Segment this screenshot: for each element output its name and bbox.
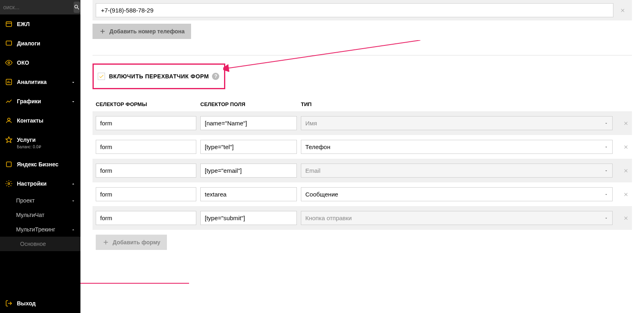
header-type: ТИП (301, 101, 613, 107)
phone-row (93, 0, 632, 20)
exit-icon (5, 299, 13, 307)
field-selector-input[interactable] (200, 211, 297, 225)
annotation-arrow-1 (223, 40, 424, 76)
table-row: Телефон (93, 135, 632, 159)
subnav-label: МультиТрекинг (16, 226, 71, 233)
plus-icon (99, 28, 106, 35)
form-selector-input[interactable] (96, 140, 196, 154)
close-icon (623, 215, 629, 221)
svg-point-8 (8, 118, 10, 121)
type-value: Телефон (305, 143, 330, 150)
add-form-button[interactable]: Добавить форму (96, 235, 167, 250)
eye-icon (5, 59, 13, 67)
field-selector-input[interactable] (200, 164, 297, 178)
table-row: Кнопка отправки (93, 206, 632, 230)
type-select[interactable]: Email (301, 164, 613, 178)
help-icon[interactable]: ? (212, 73, 219, 80)
nav-dialogs[interactable]: Диалоги (0, 34, 80, 53)
check-icon (99, 74, 104, 79)
remove-row-button[interactable] (620, 188, 632, 200)
chevron-down-icon (71, 99, 76, 104)
nav-label: Контакты (17, 117, 76, 124)
svg-rect-2 (6, 41, 12, 45)
close-icon (623, 144, 629, 150)
nav: ЕЖЛ Диалоги ОКО Аналитика Графики (0, 14, 80, 294)
subnav-project[interactable]: Проект (0, 193, 80, 208)
field-selector-input[interactable] (200, 116, 297, 130)
form-selector-input[interactable] (96, 211, 196, 225)
header-form: СЕЛЕКТОР ФОРМЫ (96, 101, 196, 107)
nav-services[interactable]: Услуги Баланс: 0.0₽ (0, 130, 80, 155)
intercept-checkbox[interactable] (98, 73, 105, 80)
nav-yandex[interactable]: Яндекс Бизнес (0, 155, 80, 174)
search-icon (74, 4, 80, 10)
remove-row-button[interactable] (620, 141, 632, 153)
chevron-down-icon (604, 121, 608, 125)
table-row: Сообщение (93, 182, 632, 206)
nav-analytics[interactable]: Аналитика (0, 72, 80, 92)
charts-icon (5, 97, 13, 105)
remove-row-button[interactable] (620, 117, 632, 129)
table-row: Имя (93, 111, 632, 135)
intercept-label: ВКЛЮЧИТЬ ПЕРЕХВАТЧИК ФОРМ (109, 73, 209, 80)
nav-charts[interactable]: Графики (0, 92, 80, 111)
subsubnav-main[interactable]: Основное (0, 237, 80, 251)
remove-row-button[interactable] (620, 165, 632, 177)
header-field: СЕЛЕКТОР ПОЛЯ (200, 101, 297, 107)
chat-icon (5, 39, 13, 47)
close-icon (620, 8, 625, 13)
nav-label: Выход (17, 300, 76, 307)
svg-rect-10 (6, 162, 11, 167)
subsubnav-label: Основное (20, 241, 46, 247)
form-selector-input[interactable] (96, 187, 196, 201)
nav-label: Настройки (17, 180, 71, 187)
form-selector-input[interactable] (96, 116, 196, 130)
nav-settings[interactable]: Настройки (0, 174, 80, 193)
analytics-icon (5, 78, 13, 86)
nav-contacts[interactable]: Контакты (0, 111, 80, 130)
nav-label: ОКО (17, 59, 76, 66)
phone-section: Добавить номер телефона (93, 0, 632, 39)
type-select[interactable]: Имя (301, 116, 613, 130)
type-value: Сообщение (305, 191, 338, 198)
nav-exit[interactable]: Выход (0, 294, 80, 313)
annotation-arrow-2 (80, 279, 193, 287)
divider (93, 55, 632, 55)
search-input[interactable] (3, 4, 74, 10)
nav-label: Яндекс Бизнес (17, 161, 76, 168)
type-value: Email (305, 167, 321, 174)
sidebar: ЕЖЛ Диалоги ОКО Аналитика Графики (0, 0, 80, 313)
nav-label: Графики (17, 98, 71, 104)
type-select[interactable]: Сообщение (301, 187, 613, 201)
close-icon (623, 192, 629, 197)
gear-icon (5, 180, 13, 188)
search-button[interactable] (74, 2, 80, 13)
remove-row-button[interactable] (620, 212, 632, 224)
form-selector-input[interactable] (96, 164, 196, 178)
type-select[interactable]: Кнопка отправки (301, 211, 613, 225)
add-form-label: Добавить форму (113, 239, 160, 245)
subnav-multichat[interactable]: МультиЧат (0, 208, 80, 222)
search-row (0, 0, 80, 14)
svg-rect-0 (6, 22, 12, 27)
type-select[interactable]: Телефон (301, 140, 613, 154)
svg-line-13 (227, 40, 420, 68)
nav-ezhl[interactable]: ЕЖЛ (0, 14, 80, 34)
type-value: Кнопка отправки (305, 215, 352, 221)
chevron-up-icon (71, 181, 76, 186)
star-icon (5, 136, 13, 144)
subnav-multitracking[interactable]: МультиТрекинг (0, 222, 80, 237)
svg-marker-9 (6, 137, 12, 143)
field-selector-input[interactable] (200, 140, 297, 154)
remove-phone-button[interactable] (617, 4, 629, 16)
chevron-down-icon (604, 169, 608, 173)
chevron-down-icon (604, 145, 608, 149)
nav-oko[interactable]: ОКО (0, 53, 80, 72)
svg-point-3 (8, 62, 10, 64)
phone-input[interactable] (96, 3, 613, 17)
table-header: СЕЛЕКТОР ФОРМЫ СЕЛЕКТОР ПОЛЯ ТИП (93, 97, 632, 111)
field-selector-input[interactable] (200, 187, 297, 201)
add-phone-button[interactable]: Добавить номер телефона (93, 24, 191, 39)
chevron-up-icon (71, 227, 76, 232)
balance-text: Баланс: 0.0₽ (17, 145, 41, 149)
